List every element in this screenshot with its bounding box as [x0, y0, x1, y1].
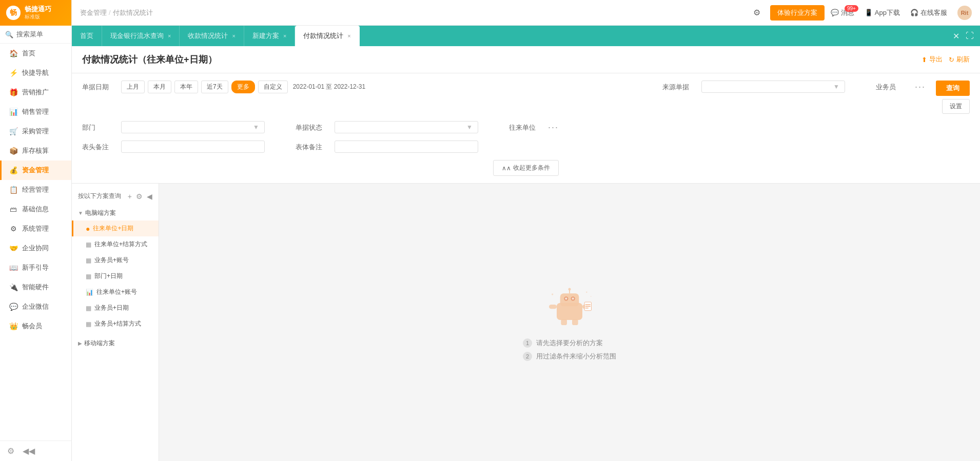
sidebar-item-purchase[interactable]: 🛒 采购管理: [0, 122, 71, 141]
sidebar-item-finance[interactable]: 💰 资金管理: [0, 161, 71, 180]
page-header: 付款情况统计（往来单位+日期） ⬆ 导出 ↻ 刷新: [72, 46, 980, 73]
last-7-btn[interactable]: 近7天: [201, 81, 228, 93]
salesman-dots[interactable]: ···: [915, 81, 926, 92]
voucher-status-select[interactable]: ▼: [335, 121, 478, 133]
sidebar-item-corp[interactable]: 🤝 企业协同: [0, 238, 71, 258]
sidebar-item-inventory[interactable]: 📦 库存核算: [0, 141, 71, 161]
app-download-btn[interactable]: 📱 App下载: [865, 8, 900, 17]
tab-new[interactable]: 新建方案 ×: [244, 26, 295, 46]
scheme-item-5[interactable]: 📊 往来单位+账号: [72, 284, 159, 300]
online-service-btn[interactable]: 🎧 在线客服: [910, 8, 947, 17]
body-note-input[interactable]: [335, 141, 478, 153]
sidebar-item-member[interactable]: 👑 畅会员: [0, 316, 71, 336]
tab-receipt[interactable]: 收款情况统计 ×: [180, 26, 244, 46]
scheme-item-2[interactable]: ▦ 往来单位+结算方式: [72, 236, 159, 252]
tab-receipt-close[interactable]: ×: [232, 33, 235, 39]
sidebar: 畅 畅捷通巧 标准版 🔍 搜索菜单 🏠 首页 ⚡ 快捷导航 🎁 营销推广 📊 销…: [0, 0, 72, 461]
scheme-group-pc-header[interactable]: ▼ 电脑端方案: [72, 206, 159, 221]
breadcrumb-part1: 资金管理: [80, 8, 107, 17]
tip-num-2: 2: [523, 352, 532, 361]
settings-btn[interactable]: 设置: [942, 99, 970, 114]
search-menu[interactable]: 🔍 搜索菜单: [0, 26, 71, 44]
avatar[interactable]: Rit: [957, 6, 972, 20]
sidebar-item-operations[interactable]: 📋 经营管理: [0, 180, 71, 199]
sidebar-item-basicinfo-label: 基础信息: [22, 205, 49, 214]
scheme-item-1[interactable]: ● 往来单位+日期: [72, 221, 159, 236]
sidebar-item-quicknav[interactable]: ⚡ 快捷导航: [0, 63, 71, 83]
message-btn[interactable]: 💬 消息 99+: [831, 8, 854, 17]
pc-group-label: 电脑端方案: [85, 209, 116, 217]
scheme-item-4[interactable]: ▦ 部门+日期: [72, 268, 159, 284]
panel-collapse-btn[interactable]: ◀: [147, 192, 152, 201]
sidebar-item-basicinfo[interactable]: 🗃 基础信息: [0, 199, 71, 219]
svg-point-16: [552, 293, 553, 295]
svg-point-17: [586, 291, 587, 293]
partner-dots[interactable]: ···: [548, 121, 559, 133]
scheme-group-mobile-header[interactable]: ▶ 移动端方案: [72, 336, 159, 351]
settings-footer-btn[interactable]: ⚙: [7, 446, 14, 456]
purchase-icon: 🛒: [9, 127, 18, 136]
sidebar-item-wechat-label: 企业微信: [22, 302, 49, 311]
main-empty-state: 1 请先选择要分析的方案 2 用过滤条件来缩小分析范围: [159, 184, 980, 461]
sidebar-item-home[interactable]: 🏠 首页: [0, 44, 71, 63]
collapse-filter-btn[interactable]: ∧∧ 收起更多条件: [493, 160, 559, 176]
fullscreen-btn[interactable]: ⛶: [966, 31, 974, 41]
collapse-sidebar-btn[interactable]: ◀◀: [23, 446, 35, 456]
date-label: 单据日期: [82, 81, 111, 92]
sidebar-item-guide[interactable]: 📖 新手引导: [0, 258, 71, 277]
sidebar-item-quicknav-label: 快捷导航: [22, 68, 49, 77]
more-date-btn[interactable]: 更多: [231, 81, 255, 93]
topbar-settings-icon[interactable]: ⚙: [750, 6, 764, 20]
close-all-tabs-btn[interactable]: ✕: [953, 31, 959, 41]
content-area: 付款情况统计（往来单位+日期） ⬆ 导出 ↻ 刷新 单据日期 上月 本月: [72, 46, 980, 461]
dept-select[interactable]: ▼: [121, 121, 265, 133]
tab-home[interactable]: 首页: [72, 26, 102, 46]
export-btn[interactable]: ⬆ 导出: [922, 55, 943, 64]
scheme-icon-3: ▦: [86, 257, 91, 264]
trial-btn[interactable]: 体验行业方案: [770, 5, 825, 21]
add-scheme-btn[interactable]: +: [128, 192, 132, 201]
tab-bank-close[interactable]: ×: [168, 33, 171, 39]
tab-payment-close[interactable]: ×: [347, 33, 350, 39]
left-panel-header: 按以下方案查询 + ⚙ ◀: [72, 189, 159, 204]
export-label: 导出: [929, 55, 943, 64]
svg-point-7: [569, 288, 571, 290]
this-year-btn[interactable]: 本年: [174, 81, 198, 93]
logo-icon: 畅: [6, 6, 21, 20]
breadcrumb: 资金管理 / 付款情况统计: [80, 8, 743, 17]
sidebar-item-wechat[interactable]: 💬 企业微信: [0, 297, 71, 316]
refresh-btn[interactable]: ↻ 刷新: [949, 55, 970, 64]
topbar: 资金管理 / 付款情况统计 ⚙ 体验行业方案 💬 消息 99+ 📱 App下载 …: [72, 0, 980, 26]
logo-text: 畅捷通巧: [25, 5, 51, 13]
scheme-item-3[interactable]: ▦ 业务员+账号: [72, 252, 159, 268]
tab-bank[interactable]: 现金银行流水查询 ×: [102, 26, 180, 46]
scheme-item-6[interactable]: ▦ 业务员+日期: [72, 300, 159, 316]
custom-date-btn[interactable]: 自定义: [258, 81, 288, 93]
sidebar-item-hardware[interactable]: 🔌 智能硬件: [0, 277, 71, 297]
sales-icon: 📊: [9, 107, 18, 116]
tab-receipt-label: 收款情况统计: [188, 31, 228, 41]
tip-text-2: 用过滤条件来缩小分析范围: [536, 352, 616, 361]
scheme-icon-2: ▦: [86, 241, 91, 248]
collapse-filter-label: 收起更多条件: [513, 164, 550, 172]
sidebar-item-sales[interactable]: 📊 销售管理: [0, 102, 71, 122]
header-note-input[interactable]: [121, 141, 265, 153]
scheme-settings-btn[interactable]: ⚙: [136, 192, 143, 201]
svg-point-5: [572, 297, 574, 299]
sidebar-footer: ⚙ ◀◀: [0, 440, 71, 461]
query-btn[interactable]: 查询: [936, 81, 970, 96]
scheme-label-1: 往来单位+日期: [93, 224, 133, 233]
salesman-label: 业务员: [876, 81, 905, 92]
message-icon: 💬: [831, 9, 839, 16]
tab-payment[interactable]: 付款情况统计 ×: [295, 26, 359, 46]
tab-new-close[interactable]: ×: [283, 33, 286, 39]
sidebar-item-system[interactable]: ⚙ 系统管理: [0, 219, 71, 238]
sidebar-item-marketing[interactable]: 🎁 营销推广: [0, 83, 71, 102]
this-month-btn[interactable]: 本月: [148, 81, 171, 93]
source-select[interactable]: ▼: [701, 81, 845, 93]
last-month-btn[interactable]: 上月: [121, 81, 145, 93]
scheme-icon-1: ●: [86, 225, 90, 233]
scheme-item-7[interactable]: ▦ 业务员+结算方式: [72, 316, 159, 332]
scheme-label-7: 业务员+结算方式: [94, 319, 141, 328]
main-area: 资金管理 / 付款情况统计 ⚙ 体验行业方案 💬 消息 99+ 📱 App下载 …: [72, 0, 980, 461]
